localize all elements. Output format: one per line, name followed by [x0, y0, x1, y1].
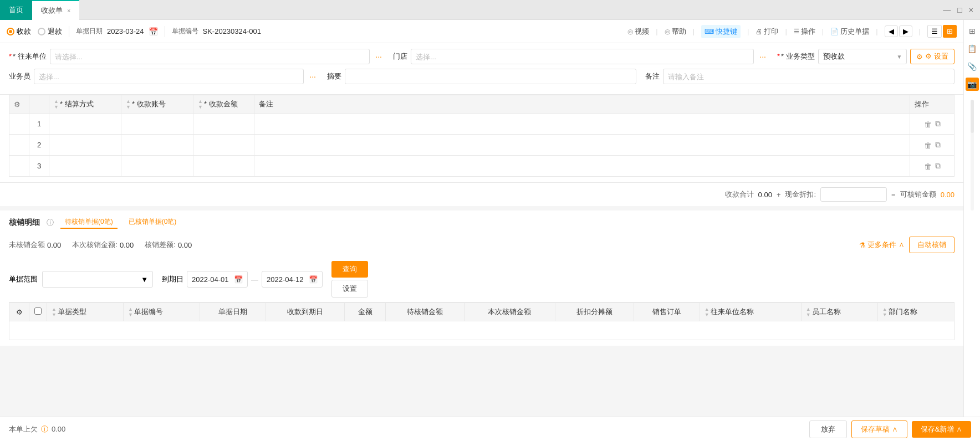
- grid-view-btn[interactable]: ⊞: [943, 25, 957, 38]
- unchecked-stat: 未核销金额 0.00: [9, 240, 61, 250]
- verify-col-pending: 待核销金额: [386, 303, 465, 321]
- calendar-icon[interactable]: 📅: [149, 27, 158, 36]
- save-new-btn[interactable]: 保存&新增 ∧: [912, 421, 971, 438]
- radio-receipt-dot: [7, 28, 14, 35]
- bottom-info-icon[interactable]: ⓘ: [41, 424, 48, 434]
- business-type-value: 预收款: [823, 52, 845, 61]
- sidebar-doc-icon[interactable]: 📋: [966, 42, 979, 55]
- col-action-header: 操作: [910, 95, 955, 114]
- tool-help[interactable]: ◎ 帮助: [665, 27, 686, 37]
- sidebar-attachment-icon[interactable]: 📎: [966, 60, 979, 73]
- toolbar-divider-1: [69, 26, 69, 37]
- dropdown-arrow-icon: ▼: [896, 54, 902, 60]
- row-1-amount[interactable]: [193, 114, 254, 135]
- row-3-copy-icon[interactable]: ⧉: [935, 161, 941, 171]
- save-draft-btn[interactable]: 保存草稿 ∧: [851, 421, 907, 438]
- pending-col-label: 待核销金额: [407, 307, 443, 316]
- tool-print[interactable]: 🖨 打印: [756, 27, 778, 37]
- window-minimize-btn[interactable]: —: [941, 4, 953, 16]
- store-more-btn[interactable]: ···: [757, 52, 768, 61]
- tool-video[interactable]: ◎ 视频: [627, 27, 649, 37]
- discount-input[interactable]: [820, 187, 887, 202]
- counterpart-input[interactable]: [50, 49, 370, 64]
- abandon-btn[interactable]: 放弃: [809, 421, 847, 438]
- diff-stat: 核销差额: 0.00: [145, 240, 192, 250]
- select-all-checkbox[interactable]: [34, 307, 42, 315]
- list-view-btn[interactable]: ☰: [927, 25, 942, 38]
- date-start-input[interactable]: 2022-04-01 📅: [187, 271, 248, 288]
- verify-settings-btn[interactable]: 设置: [331, 280, 368, 298]
- tab-done[interactable]: 已核销单据(0笔): [124, 216, 181, 229]
- print-icon: 🖨: [756, 28, 762, 35]
- tab-pending[interactable]: 待核销单据(0笔): [60, 216, 118, 229]
- row-1-copy-icon[interactable]: ⧉: [935, 119, 941, 129]
- row-2-method[interactable]: [49, 135, 121, 156]
- radio-refund[interactable]: 退款: [38, 27, 62, 37]
- row-3-method[interactable]: [49, 156, 121, 177]
- window-close-btn[interactable]: ×: [967, 4, 976, 16]
- row-1-method[interactable]: [49, 114, 121, 135]
- tool-operation[interactable]: ☰ 操作: [794, 27, 815, 37]
- verify-table-gear-icon[interactable]: ⚙: [16, 308, 23, 316]
- tab-receipt[interactable]: 收款单 ×: [32, 0, 79, 20]
- col-amount-header: ▲▼ * 收款金额: [193, 95, 254, 114]
- col-settings-header: ⚙: [9, 95, 29, 114]
- info-icon[interactable]: ⓘ: [47, 218, 54, 228]
- row-1-delete-icon[interactable]: 🗑: [924, 120, 932, 129]
- summary-input[interactable]: [345, 69, 636, 84]
- date-end-input[interactable]: 2022-04-12 📅: [262, 271, 323, 288]
- salesman-more-btn[interactable]: ···: [307, 72, 318, 81]
- method-header-label: * 结算方式: [60, 99, 94, 109]
- row-1-account[interactable]: [121, 114, 193, 135]
- diff-label: 核销差额:: [145, 240, 176, 250]
- table-settings-icon[interactable]: ⚙: [14, 100, 21, 109]
- table-section: ⚙ ▲▼ * 结算方式 ▲▼ * 收款账号: [0, 95, 963, 182]
- row-3-account[interactable]: [121, 156, 193, 177]
- store-input[interactable]: [411, 49, 754, 64]
- business-type-select[interactable]: 预收款 ▼: [818, 49, 907, 64]
- row-2-amount[interactable]: [193, 135, 254, 156]
- query-btn[interactable]: 查询: [331, 261, 368, 278]
- nav-arrows: ◀ ▶: [885, 25, 912, 37]
- row-1-remark[interactable]: [254, 114, 910, 135]
- row-3-remark[interactable]: [254, 156, 910, 177]
- row-2-account[interactable]: [121, 135, 193, 156]
- salesman-input[interactable]: [34, 69, 304, 84]
- settings-btn[interactable]: ⚙ ⚙ 设置: [910, 49, 955, 64]
- salesman-field: 业务员 ···: [9, 69, 318, 84]
- nav-prev-btn[interactable]: ◀: [885, 25, 898, 37]
- row-2-remark[interactable]: [254, 135, 910, 156]
- remark-input[interactable]: [663, 69, 955, 84]
- counterpart-field: * 往来单位 ···: [9, 49, 384, 64]
- view-toggle: ☰ ⊞: [927, 25, 957, 38]
- filter-btn[interactable]: ⚗ 更多条件 ∧: [859, 240, 905, 250]
- counterpart-more-btn[interactable]: ···: [373, 52, 384, 61]
- auto-verify-btn[interactable]: 自动核销: [909, 237, 955, 253]
- department-col-label: 部门名称: [889, 307, 917, 317]
- row-2-delete-icon[interactable]: 🗑: [924, 141, 932, 150]
- nav-next-btn[interactable]: ▶: [899, 25, 912, 37]
- verify-table-row: [9, 321, 955, 340]
- bottom-actions: 放弃 保存草稿 ∧ 保存&新增 ∧: [809, 421, 971, 438]
- row-3-amount[interactable]: [193, 156, 254, 177]
- tab-home[interactable]: 首页: [0, 0, 32, 20]
- tool-help-label: 帮助: [672, 27, 686, 37]
- range-select[interactable]: ▼: [42, 271, 153, 288]
- tool-shortcut[interactable]: ⌨ 快捷键: [701, 25, 741, 38]
- sidebar-camera-icon[interactable]: 📷: [966, 78, 979, 91]
- store-label: 门店: [393, 52, 407, 61]
- net-label: 可核销金额: [900, 189, 936, 199]
- tab-close-icon[interactable]: ×: [67, 7, 70, 14]
- window-maximize-btn[interactable]: □: [955, 4, 964, 16]
- tool-operation-label: 操作: [801, 27, 815, 37]
- tool-history[interactable]: 📄 历史单据: [830, 27, 869, 37]
- radio-receipt[interactable]: 收款: [7, 27, 31, 37]
- business-type-label: * 业务类型: [777, 52, 815, 61]
- row-2-copy-icon[interactable]: ⧉: [935, 140, 941, 150]
- radio-refund-dot: [38, 28, 45, 35]
- row-3-delete-icon[interactable]: 🗑: [924, 162, 932, 171]
- sidebar-table-icon[interactable]: ⊞: [966, 24, 979, 38]
- salesman-label: 业务员: [9, 71, 30, 81]
- verify-col-type: ▲▼ 单据类型: [47, 303, 124, 321]
- scrollbar[interactable]: [971, 100, 974, 133]
